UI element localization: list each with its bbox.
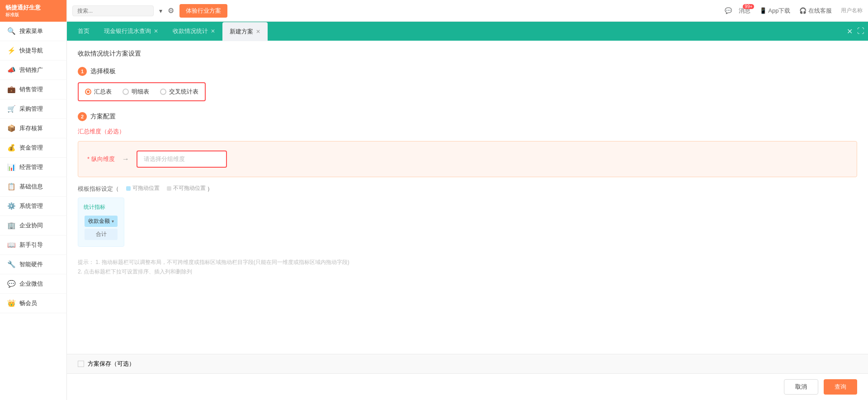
app-download[interactable]: 📱 App下载 xyxy=(760,7,790,15)
sidebar-item-3[interactable]: 💼销售管理 xyxy=(0,80,66,99)
maximize-icon[interactable]: ⛶ xyxy=(857,27,864,35)
sidebar-item-0[interactable]: 🔍搜索菜单 xyxy=(0,22,66,41)
topbar-right: 💬 99+ 消息 📱 App下载 🎧 在线客服 用户名称 xyxy=(725,7,863,15)
page-title: 收款情况统计方案设置 xyxy=(78,50,857,58)
tab-label-3: 新建方案 xyxy=(230,28,253,36)
action-bar: 取消 查询 xyxy=(67,373,868,400)
sidebar-item-1[interactable]: ⚡快捷导航 xyxy=(0,41,66,61)
step1-title: 选择模板 xyxy=(90,67,116,75)
support-icon: 🎧 xyxy=(799,7,807,14)
online-support[interactable]: 🎧 在线客服 xyxy=(799,7,832,15)
sidebar-item-6[interactable]: 💰资金管理 xyxy=(0,138,66,158)
row-dimension-label: * 纵向维度 xyxy=(87,155,115,163)
step2-section: 2 方案配置 汇总维度（必选） * 纵向维度 → 请选择分组维度 模板指标 xyxy=(78,112,857,277)
notification-count: 99+ xyxy=(743,4,754,9)
query-button[interactable]: 查询 xyxy=(824,379,857,395)
app-name: 畅捷通好生意 xyxy=(5,4,41,12)
tab-1[interactable]: 现金银行流水查询✕ xyxy=(97,22,165,41)
tab-label-2: 收款情况统计 xyxy=(173,27,208,35)
template-detail[interactable]: 明细表 xyxy=(123,88,149,96)
save-plan-checkbox[interactable] xyxy=(78,361,84,367)
sidebar-item-14[interactable]: 👑畅会员 xyxy=(0,294,66,313)
sidebar-icon-12: 🔧 xyxy=(7,260,16,268)
sidebar-icon-11: 📖 xyxy=(7,241,16,249)
sidebar-label-1: 快捷导航 xyxy=(19,47,43,55)
sidebar-label-14: 畅会员 xyxy=(19,299,37,307)
metrics-legend: 可拖动位置 不可拖动位置 xyxy=(126,184,206,192)
metric-dropdown-icon[interactable]: ▾ xyxy=(112,219,114,224)
sidebar-item-7[interactable]: 📊经营管理 xyxy=(0,158,66,177)
tip-line-1: 提示： 1. 拖动标题栏可以调整布局，不可跨维度或指标区域拖动栏目字段(只能在同… xyxy=(78,258,857,268)
sidebar-item-5[interactable]: 📦库存核算 xyxy=(0,119,66,138)
app-logo: 畅捷通好生意 标准版 xyxy=(0,0,66,22)
cancel-button[interactable]: 取消 xyxy=(784,379,818,395)
sidebar-item-10[interactable]: 🏢企业协同 xyxy=(0,216,66,235)
tab-close-2[interactable]: ✕ xyxy=(211,28,215,34)
metrics-close-paren: ） xyxy=(207,185,213,192)
radio-cross[interactable] xyxy=(160,89,166,95)
metric-tag-label: 收款金额 xyxy=(88,217,110,225)
dimension-area: * 纵向维度 → 请选择分组维度 xyxy=(78,141,857,177)
draggable-dot xyxy=(126,186,131,191)
sidebar-label-13: 企业微信 xyxy=(19,280,43,288)
template-summary-label: 汇总表 xyxy=(94,88,112,96)
sidebar-item-13[interactable]: 💬企业微信 xyxy=(0,274,66,294)
fixed-dot xyxy=(167,186,171,191)
template-summary[interactable]: 汇总表 xyxy=(85,88,112,96)
sidebar-icon-8: 📋 xyxy=(7,183,16,191)
settings-icon[interactable]: ⚙ xyxy=(168,6,174,15)
sidebar-item-9[interactable]: ⚙️系统管理 xyxy=(0,197,66,216)
radio-summary[interactable] xyxy=(85,89,91,95)
metric-subtag-container: 合计 xyxy=(84,229,118,240)
sidebar-item-12[interactable]: 🔧智能硬件 xyxy=(0,255,66,274)
dimension-select[interactable]: 请选择分组维度 xyxy=(137,151,227,168)
save-plan-label: 方案保存（可选） xyxy=(88,360,135,368)
sidebar-icon-1: ⚡ xyxy=(7,47,16,55)
step1-header: 1 选择模板 xyxy=(78,67,857,76)
sidebar-item-2[interactable]: 📣营销推广 xyxy=(0,61,66,80)
download-icon: 📱 xyxy=(760,7,767,14)
close-window-icon[interactable]: ✕ xyxy=(847,27,853,36)
draggable-label: 可拖动位置 xyxy=(132,184,160,192)
template-cross-label: 交叉统计表 xyxy=(169,88,198,96)
fixed-label: 不可拖动位置 xyxy=(173,184,206,192)
sidebar-icon-9: ⚙️ xyxy=(7,202,16,210)
tab-3[interactable]: 新建方案✕ xyxy=(222,22,268,41)
sidebar-icon-4: 🛒 xyxy=(7,105,16,113)
sidebar-label-3: 销售管理 xyxy=(19,85,43,94)
tab-0[interactable]: 首页 xyxy=(71,22,97,41)
template-cross[interactable]: 交叉统计表 xyxy=(160,88,198,96)
topbar-dropdown-icon[interactable]: ▾ xyxy=(159,7,162,14)
sidebar-label-11: 新手引导 xyxy=(19,241,43,249)
tabbar: 首页现金银行流水查询✕收款情况统计✕新建方案✕ ✕ ⛶ xyxy=(67,22,868,41)
dimension-row: * 纵向维度 → 请选择分组维度 xyxy=(87,151,848,168)
tab-close-1[interactable]: ✕ xyxy=(154,28,158,34)
metrics-title-text: 模板指标设定（ xyxy=(78,185,119,192)
tip-text-1: 提示： 1. 拖动标题栏可以调整布局，不可跨维度或指标区域拖动栏目字段(只能在同… xyxy=(78,258,349,268)
search-input[interactable] xyxy=(72,5,154,16)
sidebar-label-10: 企业协同 xyxy=(19,221,43,230)
notification-badge[interactable]: 💬 99+ 消息 xyxy=(725,7,751,15)
metrics-header: 模板指标设定（ 可拖动位置 不可拖动位置 ） xyxy=(78,184,857,193)
sidebar-icon-10: 🏢 xyxy=(7,221,16,230)
user-info: 用户名称 xyxy=(841,7,863,14)
fixed-legend: 不可拖动位置 xyxy=(167,184,206,192)
tab-close-3[interactable]: ✕ xyxy=(256,28,260,35)
sidebar-label-8: 基础信息 xyxy=(19,183,43,191)
tab-2[interactable]: 收款情况统计✕ xyxy=(165,22,222,41)
arrow-icon: → xyxy=(122,155,129,163)
main-area: ▾ ⚙ 体验行业方案 💬 99+ 消息 📱 App下载 🎧 在线客服 用户名称 … xyxy=(67,0,868,400)
sidebar-item-11[interactable]: 📖新手引导 xyxy=(0,235,66,255)
industry-btn[interactable]: 体验行业方案 xyxy=(179,4,227,18)
sidebar-label-6: 资金管理 xyxy=(19,144,43,152)
topbar: ▾ ⚙ 体验行业方案 💬 99+ 消息 📱 App下载 🎧 在线客服 用户名称 xyxy=(67,0,868,22)
radio-detail[interactable] xyxy=(123,89,129,95)
metrics-group-label: 统计指标 xyxy=(84,203,118,211)
sidebar-icon-2: 📣 xyxy=(7,66,16,74)
sidebar-icon-13: 💬 xyxy=(7,280,16,288)
sidebar-item-4[interactable]: 🛒采购管理 xyxy=(0,99,66,119)
sidebar-label-2: 营销推广 xyxy=(19,66,43,74)
metric-tag-amount[interactable]: 收款金额 ▾ xyxy=(85,216,118,227)
sidebar-item-8[interactable]: 📋基础信息 xyxy=(0,177,66,197)
notification-icon: 💬 xyxy=(725,7,732,14)
